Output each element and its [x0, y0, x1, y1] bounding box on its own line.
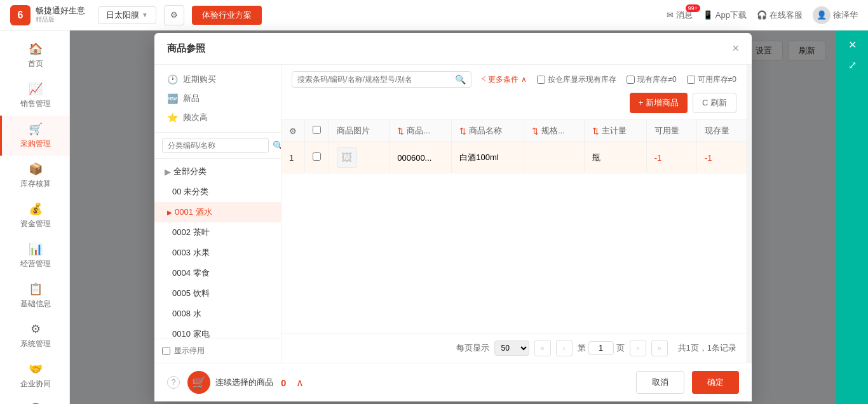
more-filter-button[interactable]: ⧼ 更多条件 ∧: [477, 72, 532, 88]
collapse-cart-button[interactable]: ∧: [296, 377, 304, 389]
search-icon[interactable]: 🔍: [455, 74, 466, 84]
category-item-00[interactable]: 00 未分类: [154, 182, 281, 202]
store-selector[interactable]: 日太阳膜 ▼: [98, 6, 156, 24]
message-icon: ✉: [667, 10, 674, 20]
pagination-bar: 每页显示 50 10 20 100 « ‹ 第: [281, 333, 747, 363]
help-icon[interactable]: ?: [167, 376, 180, 389]
cb-available-nonzero[interactable]: 现有库存≠0: [627, 74, 676, 85]
row-checkbox[interactable]: [313, 152, 321, 161]
sidebar-item-operations[interactable]: 📊 经营管理: [0, 236, 69, 276]
category-item-0004[interactable]: 0004 零食: [154, 263, 281, 283]
th-checkbox: [305, 120, 329, 142]
operations-icon: 📊: [29, 242, 43, 256]
display-disabled-checkbox[interactable]: [162, 347, 170, 355]
category-item-0008[interactable]: 0008 水: [154, 304, 281, 324]
table-row[interactable]: 1 🖼: [281, 142, 747, 173]
th-spec: ⇅ 规格...: [524, 120, 585, 142]
search-input-wrap: 🔍: [292, 71, 471, 88]
quick-link-new[interactable]: 🆕 新品: [162, 89, 273, 108]
category-item-0003[interactable]: 0003 水果: [154, 243, 281, 263]
filter-arrow-icon: ∧: [521, 75, 527, 84]
category-label-0005: 0005 饮料: [172, 288, 210, 299]
sidebar-item-enterprise[interactable]: 🤝 企业协同: [0, 356, 69, 396]
system-icon: ⚙: [31, 322, 41, 336]
th-stock: 现存量: [696, 120, 747, 142]
quick-link-frequent[interactable]: ⭐ 频次高: [162, 108, 273, 127]
category-search-icon[interactable]: 🔍: [273, 140, 281, 151]
sidebar-item-guide[interactable]: 🎯 新手引导: [0, 396, 69, 404]
sidebar-item-sales[interactable]: 📈 销售管理: [0, 76, 69, 116]
settings-button[interactable]: ⚙: [164, 5, 184, 25]
th-settings[interactable]: ⚙: [281, 120, 305, 142]
trial-button[interactable]: 体验行业方案: [192, 6, 262, 25]
cell-image: 🖼: [329, 142, 390, 173]
main-layout: 🏠 首页 📈 销售管理 🛒 采购管理 📦 库存核算 💰 资金管理 📊 经营管理 …: [0, 30, 868, 404]
th-code: ⇅ 商品...: [390, 120, 452, 142]
modal-body: 🕐 近期购买 🆕 新品 ⭐ 频次高: [154, 65, 752, 363]
modal-close-button[interactable]: ×: [732, 42, 739, 55]
online-service[interactable]: 🎧 在线客服: [757, 10, 803, 21]
select-all-checkbox[interactable]: [313, 126, 321, 134]
user-area[interactable]: 👤 徐泽华: [813, 6, 858, 24]
cart-button[interactable]: 🛒: [187, 371, 210, 394]
next-page-button[interactable]: ›: [630, 340, 646, 356]
confirm-button[interactable]: 确定: [692, 371, 739, 394]
app-icon: 📱: [703, 10, 713, 20]
avatar: 👤: [813, 6, 831, 24]
recent-icon: 🕐: [167, 74, 178, 84]
first-page-button[interactable]: «: [534, 340, 551, 356]
category-item-0010[interactable]: 0010 家电: [154, 324, 281, 339]
per-page-label: 每页显示: [456, 342, 489, 354]
category-label-0002: 0002 茶叶: [172, 227, 210, 238]
display-disabled-area: 显示停用: [154, 339, 281, 363]
finance-icon: 💰: [29, 202, 43, 216]
cell-unit: 瓶: [585, 142, 647, 173]
th-available: 可用量: [646, 120, 696, 142]
cart-icon-symbol: 🛒: [192, 375, 206, 389]
modal-dialog: 商品参照 × 🕐 近期购买 🆕: [154, 33, 752, 401]
product-table: ⚙ 商品图片: [281, 120, 747, 173]
cell-stock: -1: [696, 142, 747, 173]
cb-stock-by-warehouse[interactable]: 按仓库显示现有库存: [537, 74, 616, 85]
category-label-00: 00 未分类: [172, 186, 208, 198]
last-page-button[interactable]: »: [651, 340, 668, 356]
refresh-button[interactable]: C 刷新: [693, 93, 736, 113]
sidebar-item-finance[interactable]: 💰 资金管理: [0, 196, 69, 236]
category-search-input[interactable]: [162, 138, 269, 153]
quick-link-recent[interactable]: 🕐 近期购买: [162, 70, 273, 89]
total-info: 共1页，1条记录: [678, 342, 736, 354]
sidebar-item-basic-info[interactable]: 📋 基础信息: [0, 276, 69, 316]
store-dropdown-icon: ▼: [142, 11, 148, 18]
per-page-select[interactable]: 50 10 20 100: [494, 340, 529, 356]
notification-area[interactable]: ✉ 消息 99+: [667, 10, 693, 21]
cancel-button[interactable]: 取消: [636, 371, 684, 394]
column-settings-icon[interactable]: ⚙: [289, 126, 297, 136]
page-number-input[interactable]: [588, 341, 614, 355]
inventory-icon: 📦: [29, 162, 43, 176]
header-right: ✉ 消息 99+ 📱 App下载 🎧 在线客服 👤 徐泽华: [667, 6, 858, 24]
filter-checkboxes: 按仓库显示现有库存 现有库存≠0 可用库存≠0: [537, 74, 736, 85]
sort-icon: ⇅: [397, 126, 404, 136]
display-disabled-label[interactable]: 显示停用: [174, 346, 205, 356]
sidebar-item-inventory[interactable]: 📦 库存核算: [0, 156, 69, 196]
category-item-0001[interactable]: ▶ 0001 酒水: [154, 202, 281, 222]
add-product-button[interactable]: + 新增商品: [630, 93, 688, 113]
new-icon: 🆕: [167, 93, 178, 104]
purchase-icon: 🛒: [29, 122, 43, 136]
prev-page-button[interactable]: ‹: [556, 340, 573, 356]
category-item-0005[interactable]: 0005 饮料: [154, 283, 281, 304]
cb-usable-nonzero[interactable]: 可用库存≠0: [687, 74, 736, 85]
category-item-all[interactable]: ▶ 全部分类: [154, 161, 281, 182]
product-search-input[interactable]: [297, 75, 451, 84]
sidebar-item-purchase[interactable]: 🛒 采购管理: [0, 116, 69, 156]
category-label-0010: 0010 家电: [172, 328, 210, 339]
content-panel: 🔍 ⧼ 更多条件 ∧ 按仓库显示现有库存: [281, 65, 747, 363]
home-icon: 🏠: [29, 42, 43, 56]
sidebar-item-system[interactable]: ⚙ 系统管理: [0, 316, 69, 356]
right-panel-close[interactable]: ✕: [841, 36, 864, 53]
quick-links-section: 🕐 近期购买 🆕 新品 ⭐ 频次高: [154, 65, 281, 133]
right-panel-expand[interactable]: ⤢: [841, 56, 864, 74]
sidebar-item-home[interactable]: 🏠 首页: [0, 36, 69, 76]
category-item-0002[interactable]: 0002 茶叶: [154, 222, 281, 243]
app-download[interactable]: 📱 App下载: [703, 10, 747, 21]
